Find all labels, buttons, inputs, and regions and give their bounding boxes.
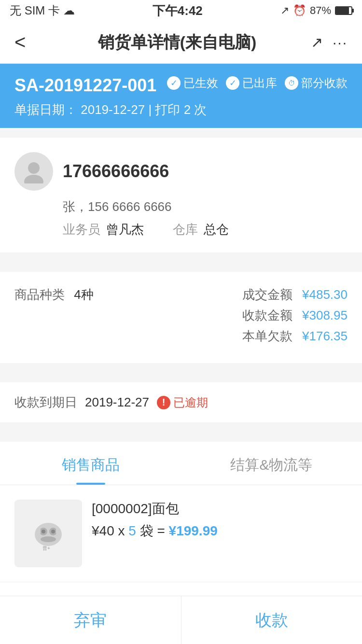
badge-shipped: ✓ 已出库 xyxy=(226,75,277,91)
svg-rect-8 xyxy=(37,528,41,534)
customer-meta: 业务员 曾凡杰 仓库 总仓 xyxy=(63,221,348,238)
tabs: 销售商品 结算&物流等 xyxy=(0,442,362,485)
page-title: 销货单详情(来自电脑) xyxy=(43,31,311,54)
more-icon[interactable]: ··· xyxy=(333,34,348,51)
svg-point-7 xyxy=(41,536,56,542)
battery-level: 87% xyxy=(310,4,331,17)
tabs-section: 销售商品 结算&物流等 xyxy=(0,442,362,485)
date-value: 2019-12-27 xyxy=(81,102,145,117)
svg-point-5 xyxy=(42,530,45,533)
price-base-1: ¥40 xyxy=(92,523,114,538)
warehouse-value: 总仓 xyxy=(204,221,229,238)
date-label: 单据日期： xyxy=(14,102,77,117)
badge-partial: ⏱ 部分收款 xyxy=(285,75,348,91)
avatar xyxy=(14,152,53,191)
type-label: 商品种类 xyxy=(14,287,65,302)
nav-actions: ↗︎ ··· xyxy=(311,34,348,51)
sales-rep-label: 业务员 xyxy=(63,221,100,238)
svg-point-1 xyxy=(24,175,43,183)
product-code-1: [0000002] xyxy=(92,501,152,516)
svg-rect-9 xyxy=(56,528,60,534)
amount-stats: 成交金额 ¥485.30 收款金额 ¥308.95 本单欠款 ¥176.35 xyxy=(242,286,348,349)
tab-products[interactable]: 销售商品 xyxy=(0,442,181,485)
owed-amount-value: ¥176.35 xyxy=(302,329,348,344)
sales-rep-item: 业务员 曾凡杰 xyxy=(63,221,144,238)
abandon-review-button[interactable]: 弃审 xyxy=(0,596,181,644)
stats-row: 商品种类 4种 成交金额 ¥485.30 收款金额 ¥308.95 本单欠款 ¥… xyxy=(14,286,348,349)
nav-bar: < 销货单详情(来自电脑) ↗︎ ··· xyxy=(0,21,362,64)
overdue-badge: ! 已逾期 xyxy=(157,395,208,410)
product-price-1: ¥40 x 5 袋 = ¥199.99 xyxy=(92,522,348,540)
total-1: ¥199.99 xyxy=(169,523,218,538)
deal-amount-line: 成交金额 ¥485.30 xyxy=(242,286,348,303)
print-info: | 打印 2 次 xyxy=(148,102,207,117)
price-eq-1: = xyxy=(157,523,168,538)
header-banner: SA-20191227-001 ✓ 已生效 ✓ 已出库 ⏱ 部分收款 xyxy=(0,64,362,128)
shipped-icon: ✓ xyxy=(226,76,239,90)
divider-2 xyxy=(0,363,362,373)
back-icon: < xyxy=(14,31,26,53)
customer-row: 17666666666 xyxy=(14,152,348,191)
unit-1: 袋 xyxy=(140,523,153,538)
status-right: ↗ ⏰ 87% xyxy=(280,4,352,17)
svg-text:普+: 普+ xyxy=(42,546,50,551)
shipped-label: 已出库 xyxy=(242,75,277,91)
product-icon-1: 普+ xyxy=(29,514,68,553)
type-count: 4种 xyxy=(74,287,93,302)
partial-icon: ⏱ xyxy=(285,76,298,90)
due-section: 收款到期日 2019-12-27 ! 已逾期 xyxy=(0,382,362,422)
status-bar: 无 SIM 卡 ☁ 下午4:42 ↗ ⏰ 87% xyxy=(0,0,362,21)
status-badges: ✓ 已生效 ✓ 已出库 ⏱ 部分收款 xyxy=(167,75,348,91)
owed-amount-label: 本单欠款 xyxy=(242,328,292,345)
deal-amount-value: ¥485.30 xyxy=(302,287,348,302)
overdue-label: 已逾期 xyxy=(173,395,208,410)
customer-section: 17666666666 张，156 6666 6666 业务员 曾凡杰 仓库 总… xyxy=(0,138,362,252)
bottom-bar: 弃审 收款 xyxy=(0,596,362,644)
svg-point-0 xyxy=(28,162,40,174)
divider-3 xyxy=(0,422,362,432)
tab-products-label: 销售商品 xyxy=(62,457,120,473)
activated-icon: ✓ xyxy=(167,76,181,90)
received-amount-value: ¥308.95 xyxy=(302,308,348,323)
alarm-icon: ⏰ xyxy=(293,4,306,17)
collect-payment-label: 收款 xyxy=(255,609,288,631)
due-date-value: 2019-12-27 xyxy=(85,395,149,410)
badge-activated: ✓ 已生效 xyxy=(167,75,218,91)
battery-icon xyxy=(335,6,352,15)
customer-name: 张，156 6666 6666 xyxy=(63,198,348,215)
activated-label: 已生效 xyxy=(183,75,218,91)
abandon-review-label: 弃审 xyxy=(74,609,107,631)
partial-label: 部分收款 xyxy=(301,75,348,91)
qty-1: 5 xyxy=(128,523,136,538)
share-icon[interactable]: ↗︎ xyxy=(311,34,323,51)
sales-rep-value: 曾凡杰 xyxy=(106,221,144,238)
due-label: 收款到期日 xyxy=(14,394,77,411)
back-button[interactable]: < xyxy=(14,31,43,53)
product-type-info: 商品种类 4种 xyxy=(14,286,94,303)
tab-settlement-label: 结算&物流等 xyxy=(230,457,312,473)
status-left: 无 SIM 卡 ☁ xyxy=(10,3,75,18)
price-x-1: x xyxy=(118,523,129,538)
product-name-1: [0000002]面包 xyxy=(92,500,348,518)
stats-section: 商品种类 4种 成交金额 ¥485.30 收款金额 ¥308.95 本单欠款 ¥… xyxy=(0,272,362,363)
status-time: 下午4:42 xyxy=(153,2,203,19)
svg-point-2 xyxy=(35,523,62,546)
owed-amount-line: 本单欠款 ¥176.35 xyxy=(242,328,348,345)
location-icon: ↗ xyxy=(280,4,289,17)
list-item: 普+ [0000002]面包 ¥40 x 5 袋 = ¥199.99 xyxy=(0,485,362,582)
svg-point-6 xyxy=(51,530,55,533)
sim-status: 无 SIM 卡 ☁ xyxy=(10,3,75,18)
collect-payment-button[interactable]: 收款 xyxy=(181,596,362,644)
warehouse-item: 仓库 总仓 xyxy=(173,221,229,238)
deal-amount-label: 成交金额 xyxy=(242,286,292,303)
customer-id: 17666666666 xyxy=(63,161,169,182)
tab-settlement[interactable]: 结算&物流等 xyxy=(181,442,362,485)
product-info-1: [0000002]面包 ¥40 x 5 袋 = ¥199.99 xyxy=(92,500,348,540)
divider-1 xyxy=(0,252,362,262)
order-date: 单据日期： 2019-12-27 | 打印 2 次 xyxy=(14,101,348,118)
received-amount-line: 收款金额 ¥308.95 xyxy=(242,307,348,324)
avatar-icon xyxy=(22,159,46,183)
product-title-1: 面包 xyxy=(152,501,179,516)
warehouse-label: 仓库 xyxy=(173,221,198,238)
order-id: SA-20191227-001 xyxy=(14,75,156,96)
